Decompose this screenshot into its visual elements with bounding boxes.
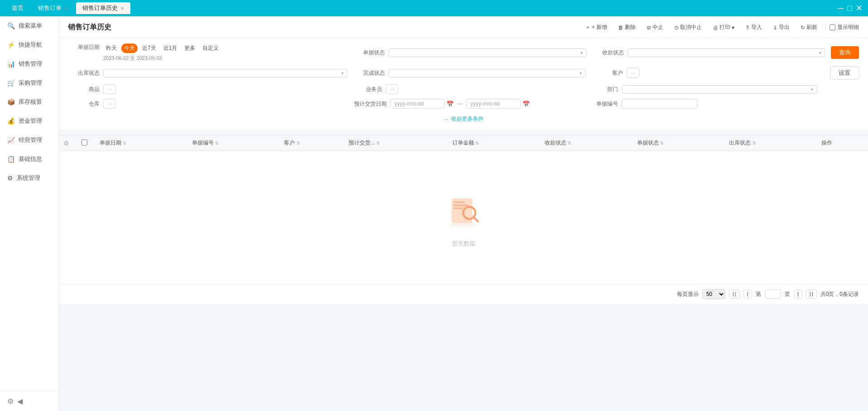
filter-row-3: 商品 ··· 业务员 ··· 部门 ▾ — [68, 84, 859, 94]
collapse-row[interactable]: ︿ 收起更多条件 — [68, 113, 859, 125]
empty-state: 暂无数据 — [59, 151, 868, 284]
sidebar-item-search[interactable]: 🔍 搜索菜单 — [0, 16, 58, 35]
tab-sales-order-history-close[interactable]: ✕ — [120, 6, 124, 11]
sidebar-item-finance[interactable]: 💰 资金管理 — [0, 111, 58, 131]
prev-page-button[interactable]: ⟨ — [743, 290, 752, 299]
content-area: 销售订单历史 ＋ + 新增 🗑 删除 ⊘ 中止 — [59, 16, 868, 411]
col-delivery-date[interactable]: 预计交货... ⇅ — [344, 135, 448, 151]
col-outbound-status[interactable]: 出库状态 ⇅ — [724, 135, 817, 151]
sidebar-item-purchase[interactable]: 🛒 采购管理 — [0, 73, 58, 92]
shortcut-custom[interactable]: 自定义 — [200, 44, 221, 53]
tab-home[interactable]: 首页 — [5, 2, 30, 14]
pagination-bar: 每页显示 50 20 100 ⟨⟨ ⟨ 第 1 页 ⟩ ⟩⟩ 共0页，0条记录 — [59, 284, 868, 304]
col-bill-status[interactable]: 单据状态 ⇅ — [633, 135, 725, 151]
per-page-select[interactable]: 50 20 100 — [702, 289, 725, 299]
complete-status-select[interactable]: ▾ — [388, 69, 586, 77]
max-button[interactable]: □ — [847, 4, 852, 13]
window-controls: ─ □ ✕ — [838, 3, 863, 13]
delivery-date-to[interactable]: yyyy-mm-dd — [466, 99, 521, 109]
sidebar-item-quicknav[interactable]: ⚡ 快捷导航 — [0, 35, 58, 54]
col-payment-status[interactable]: 收款状态 ⇅ — [540, 135, 633, 151]
sort-bill-status-icon: ⇅ — [660, 141, 664, 145]
shortcut-more[interactable]: 更多 — [182, 44, 198, 53]
sidebar-collapse-icon[interactable]: ◀ — [17, 397, 23, 406]
export-button[interactable]: ⇓ 导出 — [768, 22, 794, 33]
date-shortcuts: 昨天 今天 近7天 近1月 更多 自定义 — [103, 44, 221, 53]
sort-payment-icon: ⇅ — [568, 141, 571, 145]
stop-button[interactable]: ⊘ 中止 — [642, 22, 668, 33]
import-button[interactable]: ⇑ 导入 — [741, 22, 767, 33]
warehouse-input[interactable]: ··· — [103, 99, 116, 109]
sidebar-item-sales[interactable]: 📊 销售管理 — [0, 54, 58, 73]
page-prefix-label: 第 — [756, 290, 761, 298]
payment-status-select[interactable]: ▾ — [628, 48, 825, 57]
table-settings-icon[interactable]: ⚙ — [63, 140, 69, 147]
date-label: 单据日期 — [68, 44, 100, 51]
delivery-date-to-cal-icon[interactable]: 📅 — [523, 101, 530, 107]
query-button[interactable]: 查询 — [831, 46, 859, 59]
last-page-button[interactable]: ⟩⟩ — [806, 290, 817, 299]
col-order-amount[interactable]: 订单金额 ⇅ — [448, 135, 540, 151]
sidebar-item-inventory[interactable]: 📦 库存核算 — [0, 92, 58, 111]
empty-illustration — [441, 187, 486, 232]
sort-outbound-icon: ⇅ — [753, 141, 756, 145]
first-page-button[interactable]: ⟨⟨ — [729, 290, 740, 299]
export-icon: ⇓ — [773, 24, 777, 31]
new-button[interactable]: ＋ + 新增 — [580, 22, 612, 33]
delete-button[interactable]: 🗑 删除 — [614, 22, 640, 33]
tab-sales-order[interactable]: 销售订单 ✕ — [32, 2, 74, 14]
col-bill-no[interactable]: 单据编号 ⇅ — [187, 135, 280, 151]
delete-icon: 🗑 — [618, 24, 623, 31]
stop-icon: ⊘ — [647, 24, 651, 31]
bill-no-input[interactable] — [622, 99, 698, 109]
outbound-status-arrow: ▾ — [341, 71, 344, 76]
empty-text: 暂无数据 — [452, 240, 475, 248]
tab-sales-order-history[interactable]: 销售订单历史 ✕ — [76, 2, 130, 14]
close-button[interactable]: ✕ — [856, 3, 863, 13]
customer-input[interactable]: ··· — [627, 68, 639, 78]
shortcut-yesterday[interactable]: 昨天 — [103, 44, 120, 53]
sidebar-item-operations-label: 经营管理 — [19, 136, 42, 144]
display-settings-input[interactable] — [830, 24, 835, 30]
sidebar: 🔍 搜索菜单 ⚡ 快捷导航 📊 销售管理 🛒 采购管理 📦 库存核算 💰 资金管… — [0, 16, 59, 411]
bill-status-select[interactable]: ▾ — [388, 48, 586, 57]
select-all-checkbox[interactable] — [82, 140, 87, 145]
per-page-label: 每页显示 — [677, 290, 699, 298]
sort-bill-no-icon: ⇅ — [215, 141, 219, 145]
col-date[interactable]: 单据日期 ⇅ — [95, 135, 187, 151]
delivery-date-from[interactable]: yyyy-mm-dd — [390, 99, 445, 109]
col-customer[interactable]: 客户 ⇅ — [279, 135, 344, 151]
min-button[interactable]: ─ — [838, 4, 844, 13]
collapse-up-icon: ︿ — [444, 115, 449, 123]
sidebar-item-operations[interactable]: 📈 经营管理 — [0, 131, 58, 150]
cancel-stop-button[interactable]: ⊙ 取消中止 — [670, 22, 706, 33]
bill-status-label: 单据状态 — [353, 49, 385, 57]
settings-button[interactable]: 设置 — [830, 66, 859, 80]
next-page-button[interactable]: ⟩ — [794, 290, 802, 299]
product-input[interactable]: ··· — [103, 84, 116, 94]
display-settings-checkbox[interactable]: 显示明细 — [830, 24, 859, 31]
import-icon: ⇑ — [745, 24, 750, 31]
delivery-date-from-cal-icon[interactable]: 📅 — [446, 101, 454, 107]
svg-rect-2 — [453, 202, 465, 203]
sidebar-settings-icon[interactable]: ⚙ — [7, 397, 14, 406]
print-button[interactable]: 🖨 打印 ▾ — [708, 22, 739, 33]
tab-sales-order-close[interactable]: ✕ — [64, 6, 68, 11]
refresh-button[interactable]: ↻ 刷新 — [796, 22, 822, 33]
sidebar-item-basics[interactable]: 📋 基础信息 — [0, 150, 58, 169]
sidebar-item-basics-label: 基础信息 — [19, 155, 42, 163]
filter-area: 单据日期 昨天 今天 近7天 近1月 更多 自定义 2023-06-02 至 2… — [59, 38, 868, 131]
page-input[interactable]: 1 — [765, 290, 781, 299]
shortcut-today[interactable]: 今天 — [121, 44, 138, 53]
salesperson-input[interactable]: ··· — [386, 84, 398, 94]
bill-status-arrow: ▾ — [580, 50, 583, 55]
complete-status-label: 完成状态 — [353, 69, 385, 77]
shortcut-7days[interactable]: 近7天 — [139, 44, 159, 53]
bill-no-label: 单据编号 — [586, 100, 618, 108]
col-operation: 操作 — [817, 135, 868, 151]
sidebar-item-system[interactable]: ⚙ 系统管理 — [0, 169, 58, 188]
shortcut-1month[interactable]: 近1月 — [161, 44, 180, 53]
date-separator: — — [457, 101, 463, 107]
dept-select[interactable]: ▾ — [622, 85, 817, 94]
outbound-status-select[interactable]: ▾ — [103, 69, 348, 77]
